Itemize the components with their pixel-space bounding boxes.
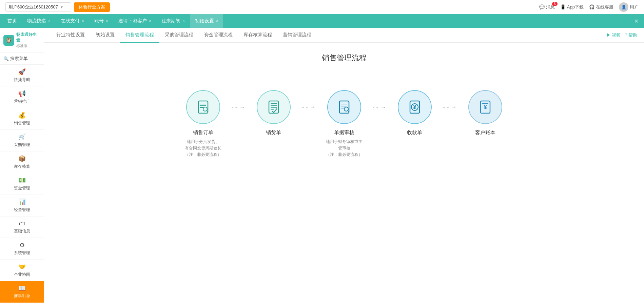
cooperation-icon: 🤝 — [18, 263, 26, 270]
subtab-finance-flow[interactable]: 资金管理流程 — [199, 28, 238, 43]
sub-tabs: 行业特性设置 初始设置 销售管理流程 采购管理流程 资金管理流程 库存核算流程 … — [44, 28, 644, 43]
sidebar: 🦉 畅库通好生意 标准版 🔍 搜索菜单 🚀 快捷导航 📢 营销推广 💰 销售管理… — [0, 28, 44, 307]
sidebar-item-system[interactable]: ⚙ 系统管理 — [0, 238, 44, 260]
nav-tab-account[interactable]: 账号 × — [90, 14, 113, 28]
close-icon[interactable]: × — [48, 19, 51, 23]
sidebar-item-purchase[interactable]: 🛒 采购管理 — [0, 130, 44, 151]
subtab-purchase-flow[interactable]: 采购管理流程 — [159, 28, 199, 43]
basic-info-icon: 🗃 — [19, 220, 25, 227]
ledger-circle: ¥ — [468, 90, 502, 124]
sales-order-circle — [186, 90, 220, 124]
close-icon[interactable]: × — [106, 19, 108, 23]
nav-tab-logistics[interactable]: 物流快递 × — [22, 14, 55, 28]
nav-tab-period[interactable]: 往来期初 × — [157, 14, 190, 28]
svg-text:¥: ¥ — [483, 104, 487, 110]
business-icon: 📊 — [18, 198, 26, 206]
subtab-label: 资金管理流程 — [204, 32, 233, 37]
subtab-label: 初始设置 — [96, 32, 115, 37]
message-icon: 💬 — [539, 4, 545, 9]
video-button[interactable]: ▶ 视频 — [606, 32, 621, 38]
sidebar-item-label: 库存核算 — [14, 164, 30, 169]
home-label: 首页 — [7, 18, 17, 24]
sales-icon: 💰 — [18, 111, 26, 119]
sidebar-item-label: 营销推广 — [14, 99, 30, 104]
download-icon: 📱 — [560, 4, 566, 9]
nav-tab-home[interactable]: 首页 — [3, 14, 22, 28]
system-icon: ⚙ — [19, 241, 25, 249]
logo-line1: 畅库通好生意 — [16, 32, 40, 43]
close-icon[interactable]: × — [182, 19, 185, 23]
sidebar-item-apps[interactable]: 🔧 应用中心 — [0, 303, 44, 307]
sidebar-logo: 🦉 畅库通好生意 标准版 — [0, 28, 44, 53]
top-bar-left: 用户690企业1660120507 ▾ 体验行业方案 — [5, 2, 110, 12]
logo-icon: 🦉 — [3, 35, 14, 46]
close-all-tabs-button[interactable]: ✕ — [631, 18, 641, 24]
flow-name-receipt: 收款单 — [407, 129, 422, 136]
user-label: 用户 — [630, 4, 639, 10]
arrow-3: - - → — [373, 90, 386, 111]
tab-label: 在线支付 — [61, 18, 80, 24]
subtab-label: 营销管理流程 — [283, 32, 311, 37]
online-service-label: 在线客服 — [596, 4, 613, 10]
sidebar-item-inventory[interactable]: 📦 库存核算 — [0, 151, 44, 173]
trial-button[interactable]: 体验行业方案 — [74, 2, 110, 12]
logo-text: 畅库通好生意 标准版 — [16, 32, 40, 48]
subtab-label: 采购管理流程 — [165, 32, 193, 37]
online-service-button[interactable]: 🎧 在线客服 — [589, 4, 613, 10]
audit-circle — [327, 90, 361, 124]
sidebar-item-cooperation[interactable]: 🤝 企业协同 — [0, 260, 44, 281]
help-button[interactable]: ? 帮助 — [625, 32, 637, 38]
flow-item-audit: 单据审核 适用于财务审核或主 管审核 （注：非必要流程） — [317, 90, 371, 158]
video-icon: ▶ — [606, 33, 612, 38]
sidebar-item-guide[interactable]: 📖 新手引导 — [0, 281, 44, 303]
close-icon[interactable]: × — [216, 19, 218, 23]
search-icon: 🔍 — [3, 56, 9, 61]
sidebar-item-sales[interactable]: 💰 销售管理 — [0, 108, 44, 130]
flow-item-ledger: ¥ 客户账本 — [458, 90, 512, 139]
nav-tabs: 首页 物流快递 × 在线支付 × 账号 × 邀请下游客户 × 往来期初 × 初始… — [0, 14, 644, 28]
sub-tab-actions: ▶ 视频 ? 帮助 — [606, 32, 637, 38]
sidebar-item-label: 新手引导 — [14, 293, 30, 299]
subtab-sales-flow[interactable]: 销售管理流程 — [120, 28, 159, 43]
company-select[interactable]: 用户690企业1660120507 ▾ — [5, 2, 71, 12]
sidebar-item-business[interactable]: 📊 经营管理 — [0, 195, 44, 217]
sidebar-search[interactable]: 🔍 搜索菜单 — [0, 53, 44, 65]
sidebar-item-basic-info[interactable]: 🗃 基础信息 — [0, 217, 44, 238]
sidebar-item-label: 企业协同 — [14, 272, 30, 278]
subtab-initial[interactable]: 初始设置 — [90, 28, 120, 43]
sidebar-item-finance[interactable]: 💵 资金管理 — [0, 173, 44, 195]
svg-rect-11 — [339, 101, 349, 113]
quick-nav-icon: 🚀 — [18, 68, 26, 76]
sidebar-item-label: 销售管理 — [14, 120, 30, 126]
svg-text:¥: ¥ — [413, 104, 416, 110]
user-menu[interactable]: 👤 用户 — [619, 2, 639, 12]
close-icon[interactable]: × — [82, 19, 84, 23]
flow-name-audit: 单据审核 — [334, 129, 354, 136]
arrow-2: - - → — [302, 90, 316, 111]
sidebar-item-label: 资金管理 — [14, 185, 30, 191]
avatar: 👤 — [619, 2, 628, 12]
subtab-marketing-flow[interactable]: 营销管理流程 — [277, 28, 317, 43]
sidebar-item-label: 系统管理 — [14, 250, 30, 256]
subtab-inventory-flow[interactable]: 库存核算流程 — [238, 28, 277, 43]
sidebar-item-quick-nav[interactable]: 🚀 快捷导航 — [0, 65, 44, 86]
help-label: 帮助 — [628, 33, 637, 38]
close-icon[interactable]: × — [149, 19, 151, 23]
sidebar-item-marketing[interactable]: 📢 营销推广 — [0, 86, 44, 108]
sidebar-item-label: 快捷导航 — [14, 77, 30, 83]
subtab-industry[interactable]: 行业特性设置 — [51, 28, 90, 43]
nav-tab-invite[interactable]: 邀请下游客户 × — [114, 14, 156, 28]
messages-button[interactable]: 💬 消息 6 — [539, 4, 555, 10]
top-bar: 用户690企业1660120507 ▾ 体验行业方案 💬 消息 6 📱 App下… — [0, 0, 644, 14]
subtab-label: 行业特性设置 — [56, 32, 85, 37]
marketing-icon: 📢 — [18, 90, 26, 97]
nav-tab-payment[interactable]: 在线支付 × — [56, 14, 89, 28]
tab-label: 邀请下游客户 — [118, 18, 147, 24]
chevron-down-icon: ▾ — [61, 5, 63, 9]
tab-label: 账号 — [94, 18, 104, 24]
nav-tab-initial-setup[interactable]: 初始设置 × — [190, 14, 223, 28]
logo-line2: 标准版 — [16, 43, 40, 48]
app-download-button[interactable]: 📱 App下载 — [560, 4, 584, 10]
search-label: 搜索菜单 — [10, 56, 28, 62]
tab-label: 初始设置 — [195, 18, 214, 24]
